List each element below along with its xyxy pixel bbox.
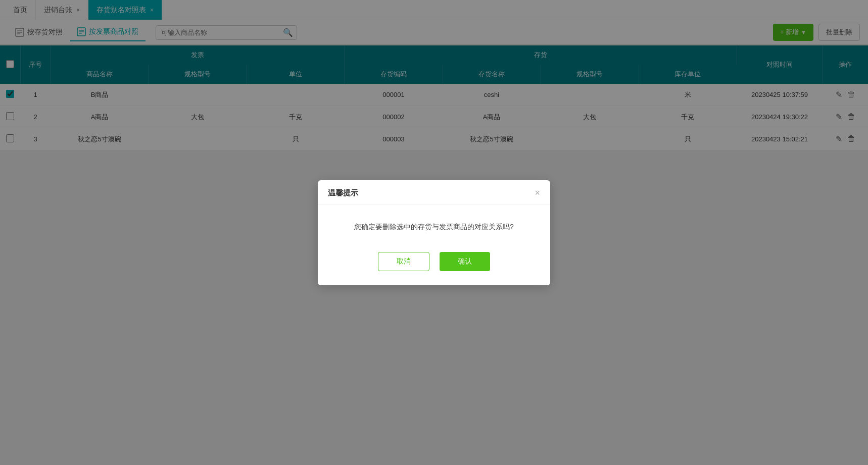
modal-overlay: 温馨提示 × 您确定要删除选中的存货与发票商品的对应关系吗? 取消 确认: [0, 0, 868, 150]
